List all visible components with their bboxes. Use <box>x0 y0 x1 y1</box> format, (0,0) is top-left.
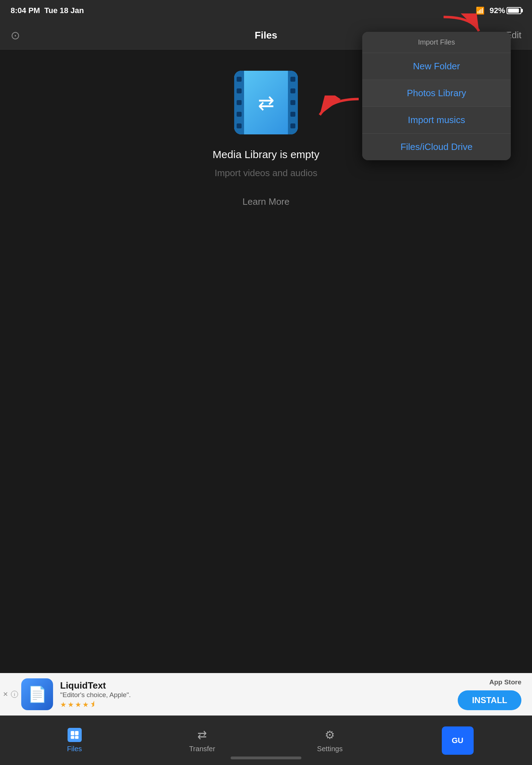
status-right: 📶 92% <box>476 6 521 15</box>
settings-tab-icon: ⚙ <box>322 728 338 742</box>
empty-title: Media Library is empty <box>213 149 319 161</box>
star-1: ★ <box>60 700 66 709</box>
battery-icon <box>507 7 521 14</box>
star-4: ★ <box>82 700 89 709</box>
ad-source-block: App Store INSTALL <box>458 678 521 710</box>
info-icon[interactable]: i <box>11 691 18 698</box>
dropdown-item-files-icloud[interactable]: Files/iCloud Drive <box>362 134 511 160</box>
ad-close-button[interactable]: ✕ i <box>3 690 18 698</box>
brand-logo-container: GU <box>394 726 521 755</box>
ad-banner: ✕ i 📄 LiquidText "Editor's choice, Apple… <box>0 673 532 715</box>
tab-settings[interactable]: ⚙ Settings <box>266 728 394 753</box>
back-icon[interactable]: ⊙ <box>11 29 20 42</box>
dropdown-menu: Import Files New Folder Photos Library I… <box>362 32 511 160</box>
home-indicator <box>231 757 301 759</box>
files-icon <box>68 728 82 742</box>
battery-container: 92% <box>490 6 521 15</box>
dropdown-item-import-musics[interactable]: Import musics <box>362 107 511 134</box>
ad-app-icon-symbol: 📄 <box>28 685 47 703</box>
empty-subtitle: Import videos and audios <box>215 168 318 179</box>
status-date: Tue 18 Jan <box>44 6 84 15</box>
tab-transfer[interactable]: ⇄ Transfer <box>138 728 266 753</box>
status-time: 8:04 PM <box>11 6 40 15</box>
ad-app-name: LiquidText <box>60 680 451 691</box>
nav-title: Files <box>255 30 277 41</box>
status-left: 8:04 PM Tue 18 Jan <box>11 6 84 15</box>
ad-text-block: LiquidText "Editor's choice, Apple". ★ ★… <box>60 680 451 709</box>
svg-rect-4 <box>71 736 74 739</box>
film-strip-left <box>234 71 244 134</box>
brand-logo-text: GU <box>452 736 463 745</box>
dropdown-header: Import Files <box>362 32 511 53</box>
sync-arrows-icon: ⇄ <box>258 91 274 114</box>
svg-rect-3 <box>75 731 79 735</box>
film-strip-right <box>288 71 298 134</box>
dropdown-item-photos-library[interactable]: Photos Library <box>362 80 511 107</box>
learn-more-link[interactable]: Learn More <box>243 196 290 207</box>
ad-tagline: "Editor's choice, Apple". <box>60 691 451 699</box>
transfer-tab-icon: ⇄ <box>194 728 210 742</box>
ad-install-button[interactable]: INSTALL <box>458 690 521 710</box>
transfer-icon: ⇄ <box>197 728 207 742</box>
svg-rect-2 <box>71 731 74 735</box>
arrow-photos <box>316 95 362 129</box>
files-tab-icon <box>66 728 83 742</box>
settings-tab-label: Settings <box>317 745 342 753</box>
svg-rect-5 <box>75 736 79 739</box>
transfer-tab-label: Transfer <box>189 745 215 753</box>
app-icon: ⇄ <box>234 71 298 134</box>
settings-icon: ⚙ <box>325 728 335 742</box>
star-3: ★ <box>75 700 81 709</box>
ad-app-icon: 📄 <box>21 678 53 710</box>
ad-stars: ★ ★ ★ ★ ⯨ <box>60 700 451 709</box>
battery-fill <box>508 8 519 13</box>
dropdown-item-new-folder[interactable]: New Folder <box>362 53 511 80</box>
tab-files[interactable]: Files <box>11 728 138 753</box>
star-half: ⯨ <box>90 700 97 709</box>
ad-source-label: App Store <box>489 678 521 686</box>
icon-arrows: ⇄ <box>258 91 274 114</box>
brand-logo: GU <box>442 726 474 755</box>
nav-left: ⊙ <box>11 29 20 42</box>
star-2: ★ <box>68 700 74 709</box>
files-tab-label: Files <box>67 745 82 753</box>
battery-percent: 92% <box>490 6 505 15</box>
